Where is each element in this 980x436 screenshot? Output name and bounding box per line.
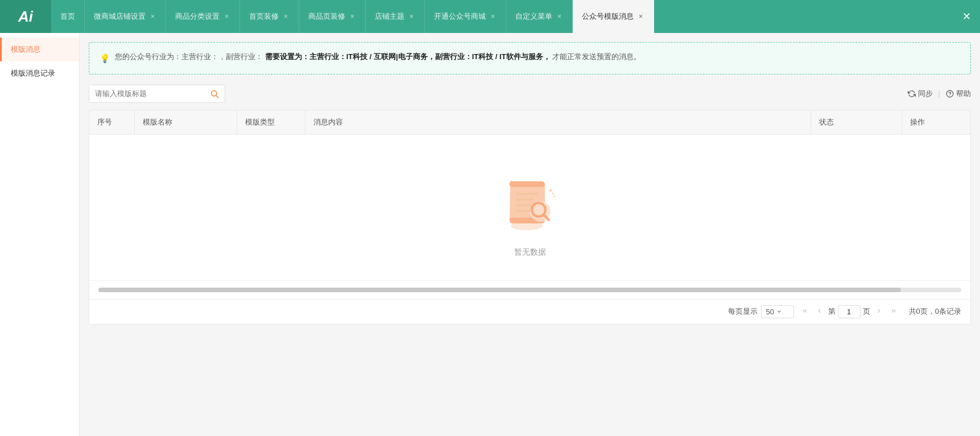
tab-product-page[interactable]: 商品页装修× [299,0,366,33]
sidebar-item-template-message-record[interactable]: 模版消息记录 [0,61,79,85]
svg-point-13 [553,195,555,197]
svg-point-12 [549,189,552,192]
pagination: 每页显示 50 [89,299,970,324]
col-status: 状态 [811,110,902,134]
tab-open-mall[interactable]: 开通公众号商城× [425,0,506,33]
col-name: 模版名称 [135,110,237,134]
col-type: 模版类型 [237,110,305,134]
tab-home[interactable]: 首页 [51,0,85,33]
notice-bar: 💡 您的公众号行业为：主营行业：，副营行业： 需要设置为：主营行业：IT科技 /… [89,42,971,74]
empty-text: 暂无数据 [514,247,546,258]
search-row: 同步 | 帮助 [89,85,971,103]
search-input-wrap[interactable] [89,85,225,103]
tab-close-product-category[interactable]: × [223,11,230,22]
notice-text: 您的公众号行业为：主营行业：，副营行业： 需要设置为：主营行业：IT科技 / 互… [115,51,641,63]
next-page-button[interactable] [873,306,885,317]
empty-state: 暂无数据 [89,135,970,280]
notice-icon: 💡 [100,51,110,66]
tab-close-shop-settings[interactable]: × [149,11,156,22]
close-all-button[interactable]: ✕ [953,0,980,33]
empty-illustration [496,169,564,237]
data-table: 序号 模版名称 模版类型 消息内容 状态 操作 [89,110,971,325]
sidebar-item-template-message[interactable]: 模版消息 [0,38,79,61]
sync-button[interactable]: 同步 [908,89,933,99]
help-button[interactable]: 帮助 [946,89,971,99]
col-action: 操作 [902,110,970,134]
tab-close-custom-menu[interactable]: × [556,11,563,22]
search-input[interactable] [89,85,204,102]
toolbar-right: 同步 | 帮助 [908,89,971,99]
tab-store-theme[interactable]: 店铺主题× [366,0,425,33]
tab-close-template-msg[interactable]: × [637,11,644,22]
content-area: 💡 您的公众号行业为：主营行业：，副营行业： 需要设置为：主营行业：IT科技 /… [80,33,980,436]
svg-line-14 [552,193,554,194]
tab-close-product-page[interactable]: × [349,11,356,22]
svg-rect-5 [516,193,539,195]
tab-close-home-decor[interactable]: × [282,11,290,22]
scrollbar-track [98,288,961,292]
prev-page-button[interactable] [813,306,826,317]
main-layout: 模版消息模版消息记录 💡 您的公众号行业为：主营行业：，副营行业： 需要设置为：… [0,33,980,436]
page-number-input[interactable] [838,305,861,318]
svg-line-1 [216,95,218,98]
tab-template-msg[interactable]: 公众号模版消息× [573,0,654,33]
tab-shop-settings[interactable]: 微商城店铺设置× [85,0,166,33]
first-page-button[interactable] [799,306,811,317]
app-logo: Ai [0,0,51,33]
scrollbar-thumb[interactable] [98,288,901,292]
page-size-select: 每页显示 50 [728,305,794,318]
topbar: Ai 首页微商城店铺设置×商品分类设置×首页装修×商品页装修×店铺主题×开通公众… [0,0,980,33]
tab-close-store-theme[interactable]: × [408,11,415,22]
col-seq: 序号 [89,110,135,134]
tab-product-category[interactable]: 商品分类设置× [166,0,240,33]
tab-home-decor[interactable]: 首页装修× [240,0,299,33]
last-page-button[interactable] [887,306,900,317]
svg-rect-6 [516,198,534,201]
tab-custom-menu[interactable]: 自定义菜单× [506,0,573,33]
page-size-dropdown[interactable]: 50 [761,305,794,318]
horizontal-scrollbar[interactable] [89,280,970,299]
page-nav: 第 页 [799,305,900,318]
table-header: 序号 模版名称 模版类型 消息内容 状态 操作 [89,110,970,135]
toolbar-divider: | [938,89,940,98]
svg-rect-8 [516,210,532,212]
notice-highlight: 需要设置为：主营行业：IT科技 / 互联网|电子商务，副营行业：IT科技 / I… [265,52,551,61]
search-button[interactable] [204,85,225,102]
tab-list: 首页微商城店铺设置×商品分类设置×首页装修×商品页装修×店铺主题×开通公众号商城… [51,0,953,33]
tab-close-open-mall[interactable]: × [489,11,497,22]
col-content: 消息内容 [305,110,811,134]
total-info: 共0页，0条记录 [909,306,961,317]
sidebar: 模版消息模版消息记录 [0,33,80,436]
